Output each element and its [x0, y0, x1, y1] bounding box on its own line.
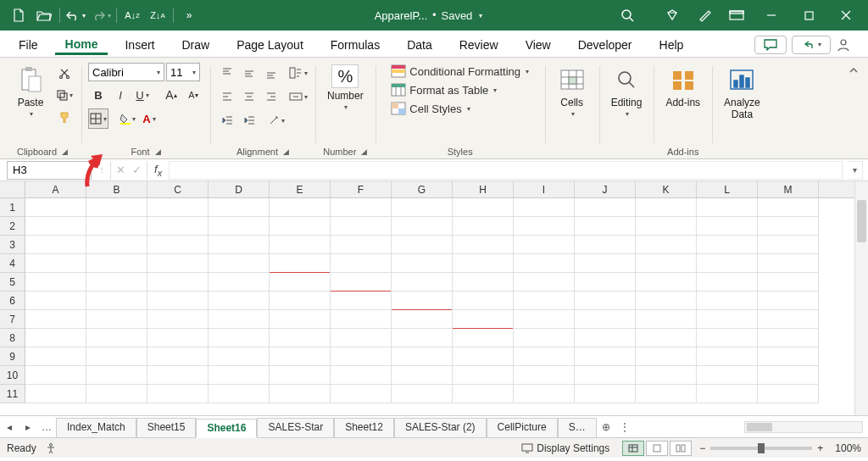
increase-indent-icon[interactable]: [239, 110, 259, 131]
sort-desc-icon[interactable]: Z↓A: [146, 3, 170, 27]
search-icon[interactable]: [615, 3, 639, 27]
row-header-10[interactable]: 10: [0, 366, 25, 385]
cell-B2[interactable]: [86, 217, 147, 236]
cell-A4[interactable]: [25, 254, 86, 273]
cell-L8[interactable]: [697, 329, 758, 347]
cell-J4[interactable]: [575, 254, 636, 273]
wrap-text-icon[interactable]: ▾: [288, 63, 309, 83]
cell-G9[interactable]: [392, 347, 453, 366]
cell-H4[interactable]: [453, 254, 514, 273]
cell-B6[interactable]: [86, 292, 147, 310]
cell-I5[interactable]: [514, 273, 575, 292]
sheet-tab-Sheet15[interactable]: Sheet15: [136, 418, 197, 437]
cell-F5[interactable]: [331, 273, 392, 292]
cell-M1[interactable]: [758, 198, 819, 217]
cell-I11[interactable]: [514, 385, 575, 403]
cell-L4[interactable]: [697, 254, 758, 273]
cell-A11[interactable]: [25, 385, 86, 403]
col-header-K[interactable]: K: [636, 181, 697, 197]
display-settings-button[interactable]: Display Settings: [521, 442, 609, 454]
share-button[interactable]: ▾: [792, 36, 831, 54]
number-dialog-icon[interactable]: ◢: [361, 147, 367, 156]
font-color-button[interactable]: A▾: [139, 108, 159, 129]
tab-draw[interactable]: Draw: [171, 35, 220, 55]
name-box[interactable]: H3: [7, 161, 92, 180]
sheet-tab-Sheet12[interactable]: Sheet12: [334, 418, 394, 437]
cell-D5[interactable]: [209, 273, 270, 292]
bold-button[interactable]: B: [88, 85, 108, 105]
cell-K7[interactable]: [636, 310, 697, 329]
cell-K2[interactable]: [636, 217, 697, 236]
cell-E9[interactable]: [270, 347, 331, 366]
zoom-level[interactable]: 100%: [835, 442, 861, 454]
cell-L10[interactable]: [697, 366, 758, 385]
cell-J2[interactable]: [575, 217, 636, 236]
row-header-6[interactable]: 6: [0, 292, 25, 310]
col-header-A[interactable]: A: [25, 181, 86, 197]
cell-J1[interactable]: [575, 198, 636, 217]
cell-J8[interactable]: [575, 329, 636, 347]
horizontal-scrollbar[interactable]: [744, 421, 863, 433]
enter-formula-icon[interactable]: ✓: [132, 164, 142, 176]
cell-J5[interactable]: [575, 273, 636, 292]
sheet-tab-S-[interactable]: S…: [558, 418, 597, 437]
cell-E1[interactable]: [270, 198, 331, 217]
format-painter-icon[interactable]: [54, 107, 75, 127]
col-header-F[interactable]: F: [331, 181, 392, 197]
cell-H9[interactable]: [453, 347, 514, 366]
cell-I1[interactable]: [514, 198, 575, 217]
cell-G5[interactable]: [392, 273, 453, 292]
maximize-button[interactable]: [790, 0, 827, 31]
font-size-combo[interactable]: 11▾: [166, 63, 200, 81]
qat-more-icon[interactable]: »: [177, 3, 201, 27]
cell-C9[interactable]: [147, 347, 209, 366]
cell-C3[interactable]: [147, 236, 209, 254]
ribbon-mode-icon[interactable]: [721, 0, 753, 31]
tab-insert[interactable]: Insert: [114, 35, 164, 55]
sheet-nav-prev[interactable]: ◂: [0, 421, 19, 433]
zoom-out-button[interactable]: −: [699, 442, 705, 454]
cell-I7[interactable]: [514, 310, 575, 329]
cell-L3[interactable]: [697, 236, 758, 254]
cell-D10[interactable]: [209, 366, 270, 385]
cell-C2[interactable]: [147, 217, 209, 236]
cell-B8[interactable]: [86, 329, 147, 347]
col-header-H[interactable]: H: [453, 181, 514, 197]
grow-font-button[interactable]: A▴: [161, 85, 181, 105]
italic-button[interactable]: I: [110, 85, 131, 105]
cell-F8[interactable]: [331, 329, 392, 347]
cell-K5[interactable]: [636, 273, 697, 292]
cell-H5[interactable]: [453, 273, 514, 292]
fill-color-button[interactable]: ▾: [117, 108, 137, 129]
sheet-tab-Sheet16[interactable]: Sheet16: [196, 419, 257, 438]
sheet-tab-SALES-Star[interactable]: SALES-Star: [257, 418, 334, 437]
cell-L5[interactable]: [697, 273, 758, 292]
cell-B5[interactable]: [86, 273, 147, 292]
cell-E5[interactable]: [270, 273, 331, 292]
cell-D6[interactable]: [209, 292, 270, 310]
cell-B7[interactable]: [86, 310, 147, 329]
cell-C8[interactable]: [147, 329, 209, 347]
formula-bar[interactable]: [169, 161, 843, 180]
cell-H3[interactable]: [453, 236, 514, 254]
clipboard-dialog-icon[interactable]: ◢: [62, 147, 68, 156]
alignment-dialog-icon[interactable]: ◢: [283, 147, 289, 156]
cell-L1[interactable]: [697, 198, 758, 217]
cell-D4[interactable]: [209, 254, 270, 273]
sort-asc-icon[interactable]: A↓Z: [120, 3, 144, 27]
cell-L11[interactable]: [697, 385, 758, 403]
page-layout-view-button[interactable]: [646, 441, 668, 456]
row-header-3[interactable]: 3: [0, 236, 25, 254]
cell-M3[interactable]: [758, 236, 819, 254]
cell-H7[interactable]: [453, 310, 514, 329]
row-header-9[interactable]: 9: [0, 347, 25, 366]
row-header-7[interactable]: 7: [0, 310, 25, 329]
normal-view-button[interactable]: [622, 441, 644, 456]
decrease-indent-icon[interactable]: [217, 110, 237, 131]
cell-K8[interactable]: [636, 329, 697, 347]
cell-H8[interactable]: [453, 329, 514, 347]
cell-E10[interactable]: [270, 366, 331, 385]
sheet-tab-SALES-Star-2-[interactable]: SALES-Star (2): [394, 418, 487, 437]
accessibility-icon[interactable]: [45, 442, 57, 454]
vertical-scrollbar[interactable]: [854, 181, 868, 415]
